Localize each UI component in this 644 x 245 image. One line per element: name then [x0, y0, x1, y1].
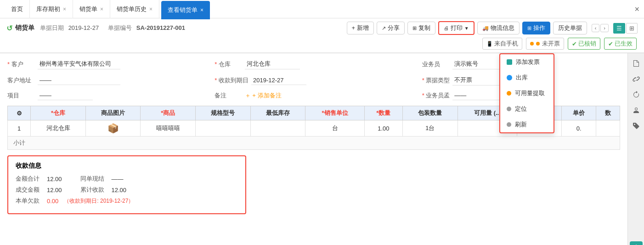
warehouse-field: 仓库 河北仓库 [215, 59, 412, 69]
col-pack-qty: 包装数量 [403, 106, 458, 120]
col-unit-price: 单价 [562, 106, 596, 120]
copy-button[interactable]: ⊞ 复制 [407, 22, 435, 34]
sidebar-expand-icon[interactable] [630, 241, 643, 245]
warehouse-value: 河北仓库 [245, 59, 300, 69]
dropdown-refresh[interactable]: 刷新 [500, 117, 554, 132]
tab-check-sales[interactable]: 查看销货单 × [161, 1, 210, 19]
grid-view-btn[interactable]: ⊞ [626, 23, 638, 34]
effective-btn[interactable]: ✔ 已生效 [604, 38, 637, 50]
tab-sales-order[interactable]: 销货单 × [73, 0, 110, 18]
staff-label: 业务员 [422, 60, 450, 68]
dropdown-locate[interactable]: 定位 [500, 101, 554, 117]
prev-doc-btn[interactable]: ‹ [592, 24, 600, 32]
operations-dropdown: 添加发票 出库 可用量提取 定位 刷新 [499, 53, 554, 133]
col-amount: 数 [596, 106, 620, 120]
nav-arrows: ‹ › [592, 24, 609, 32]
address-field: 客户地址 —— [7, 76, 205, 85]
tab-home[interactable]: 首页 [5, 0, 30, 18]
second-toolbar: 📱 来自手机 未开票 ✔ 已核销 ✔ 已生效 [0, 35, 644, 53]
product-image-icon: 📦 [107, 123, 119, 133]
row-image: 📦 [85, 120, 141, 137]
owed-item: 本单欠款 0.00 （收款到期日: 2019-12-27） [16, 197, 134, 205]
row-unit: 台 [305, 120, 364, 137]
phone-icon: 📱 [486, 41, 493, 47]
tab-close-inventory[interactable]: × [63, 6, 66, 12]
project-label: 项目 [7, 91, 35, 100]
verify-btn[interactable]: ✔ 已核销 [568, 38, 600, 50]
row-product: 嘻嘻嘻嘻 [141, 120, 196, 137]
owed-value: 0.00 [47, 198, 58, 205]
col-product: *商品 [141, 106, 196, 120]
payment-title: 收款信息 [16, 162, 238, 170]
row-quantity: 1.00 [364, 120, 402, 137]
share-button[interactable]: ↗ 分享 [377, 22, 405, 34]
sidebar-user-icon[interactable] [630, 104, 643, 117]
tab-inventory-init[interactable]: 库存期初 × [30, 0, 73, 18]
col-spec: 规格型号 [196, 106, 251, 120]
row-min-stock [250, 120, 305, 137]
out-warehouse-icon [507, 75, 512, 80]
available-pick-icon [507, 91, 511, 96]
add-remark-btn[interactable]: ＋ + 添加备注 [245, 91, 281, 100]
view-toggle: ☰ ⊞ [613, 23, 638, 34]
doc-date-value: 2019-12-27 [68, 24, 99, 31]
check-icon: ✔ [572, 40, 577, 47]
tab-sales-history[interactable]: 销货单历史 × [110, 0, 159, 18]
sidebar-tag-icon[interactable] [630, 120, 643, 132]
ticket-type-label: 票据类型 [422, 76, 450, 85]
logistics-button[interactable]: 🚚 物流信息 [477, 22, 520, 34]
doc-type-label: 销货单 [15, 24, 34, 32]
from-phone-btn[interactable]: 📱 来自手机 [482, 38, 522, 50]
tab-close-check[interactable]: × [200, 7, 203, 13]
col-image: 商品图片 [85, 106, 141, 120]
cumulative-item: 累计收款 12.00 [80, 186, 127, 194]
same-order-value: —— [112, 176, 124, 182]
window-close-btn[interactable]: × [634, 4, 639, 14]
same-order-item: 同单现结 —— [80, 175, 124, 183]
subtotal-label: 小计 [8, 137, 620, 150]
col-warehouse: *仓库 [31, 106, 86, 120]
list-view-btn[interactable]: ☰ [613, 23, 625, 34]
transaction-item: 成交金额 12.00 [16, 186, 62, 194]
date-label: 单据日期 2019-12-27 [40, 24, 99, 32]
transaction-value: 12.00 [47, 187, 62, 194]
remark-field: 备注 ＋ + 添加备注 [215, 91, 412, 100]
address-value: —— [38, 76, 120, 85]
tab-close-history[interactable]: × [149, 6, 153, 12]
row-index: 1 [8, 120, 31, 137]
sidebar-doc-icon[interactable] [630, 57, 643, 70]
add-button[interactable]: + 新增 [347, 22, 374, 34]
payment-row-3: 本单欠款 0.00 （收款到期日: 2019-12-27） [16, 197, 238, 205]
col-gear: ⚙ [8, 106, 31, 120]
print-button[interactable]: 🖨 打印 ▼ [438, 21, 475, 35]
row-spec [196, 120, 251, 137]
doc-meta: 单据日期 2019-12-27 单据编号 SA-20191227-001 [40, 24, 185, 32]
payment-row-2: 成交金额 12.00 累计收款 12.00 [16, 186, 238, 194]
dropdown-out-warehouse[interactable]: 出库 [500, 70, 554, 85]
dropdown-add-invoice[interactable]: 添加发票 [500, 54, 554, 70]
dropdown-available-pick[interactable]: 可用量提取 [500, 85, 554, 101]
doc-icon: ↺ [6, 24, 12, 33]
tab-bar: 首页 库存期初 × 销货单 × 销货单历史 × 查看销货单 × × [0, 0, 644, 18]
doc-number-value: SA-20191227-001 [136, 24, 185, 31]
row-amount [596, 120, 620, 137]
doc-title-area: ↺ 销货单 [6, 24, 34, 33]
orange-dot-icon [536, 42, 540, 46]
number-label: 单据编号 SA-20191227-001 [108, 24, 185, 32]
col-quantity: *数量 [364, 106, 402, 120]
sidebar-rotate-icon[interactable] [630, 88, 643, 101]
tab-close-sales-order[interactable]: × [100, 6, 103, 12]
cumulative-value: 12.00 [112, 187, 127, 194]
due-date-value: 2019-12-27 [251, 76, 306, 85]
operations-button[interactable]: ⊞ 操作 [522, 22, 550, 34]
effective-check-icon: ✔ [608, 40, 613, 47]
warehouse-label: 仓库 [215, 60, 242, 68]
due-date-label: 收款到期日 [215, 76, 249, 85]
customer-field: 客户 柳州粤港平安气体有限公司 [7, 59, 205, 69]
next-doc-btn[interactable]: › [600, 24, 609, 32]
project-value: —— [38, 91, 93, 100]
sidebar-link-icon[interactable] [630, 73, 643, 85]
not-open-btn[interactable]: 未开票 [526, 38, 564, 50]
history-button[interactable]: 历史单据 [553, 22, 587, 34]
payment-row-1: 金额合计 12.00 同单现结 —— [16, 175, 238, 183]
